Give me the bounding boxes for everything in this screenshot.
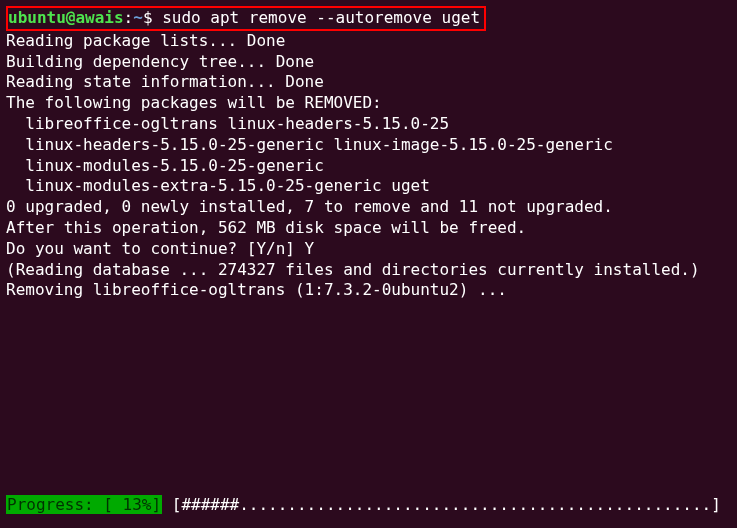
progress-bar-row: Progress: [ 13%] [######................… bbox=[6, 495, 731, 516]
output-confirm-prompt[interactable]: Do you want to continue? [Y/n] Y bbox=[6, 239, 731, 260]
progress-percent: Progress: [ 13%] bbox=[6, 495, 162, 514]
output-removed-heading: The following packages will be REMOVED: bbox=[6, 93, 731, 114]
package-item: linux-modules-extra-5.15.0-25-generic ug… bbox=[6, 176, 731, 197]
output-diskspace: After this operation, 562 MB disk space … bbox=[6, 218, 731, 239]
progress-bar: [######.................................… bbox=[162, 495, 730, 514]
output-summary: 0 upgraded, 0 newly installed, 7 to remo… bbox=[6, 197, 731, 218]
output-building-tree: Building dependency tree... Done bbox=[6, 52, 731, 73]
output-reading-db: (Reading database ... 274327 files and d… bbox=[6, 260, 731, 281]
package-item: linux-headers-5.15.0-25-generic linux-im… bbox=[6, 135, 731, 156]
highlighted-prompt: ubuntu@awais:~$ sudo apt remove --autore… bbox=[6, 6, 486, 31]
output-reading-state: Reading state information... Done bbox=[6, 72, 731, 93]
prompt-symbol: $ bbox=[143, 8, 162, 27]
package-item: libreoffice-ogltrans linux-headers-5.15.… bbox=[6, 114, 731, 135]
prompt-path: ~ bbox=[133, 8, 143, 27]
prompt-colon: : bbox=[124, 8, 134, 27]
package-item: linux-modules-5.15.0-25-generic bbox=[6, 156, 731, 177]
command-text: sudo apt remove --autoremove uget bbox=[162, 8, 480, 27]
prompt-line-wrapper: ubuntu@awais:~$ sudo apt remove --autore… bbox=[6, 6, 731, 31]
output-removing: Removing libreoffice-ogltrans (1:7.3.2-0… bbox=[6, 280, 731, 301]
terminal-window[interactable]: ubuntu@awais:~$ sudo apt remove --autore… bbox=[6, 6, 731, 522]
user-host: ubuntu@awais bbox=[8, 8, 124, 27]
output-reading-packages: Reading package lists... Done bbox=[6, 31, 731, 52]
